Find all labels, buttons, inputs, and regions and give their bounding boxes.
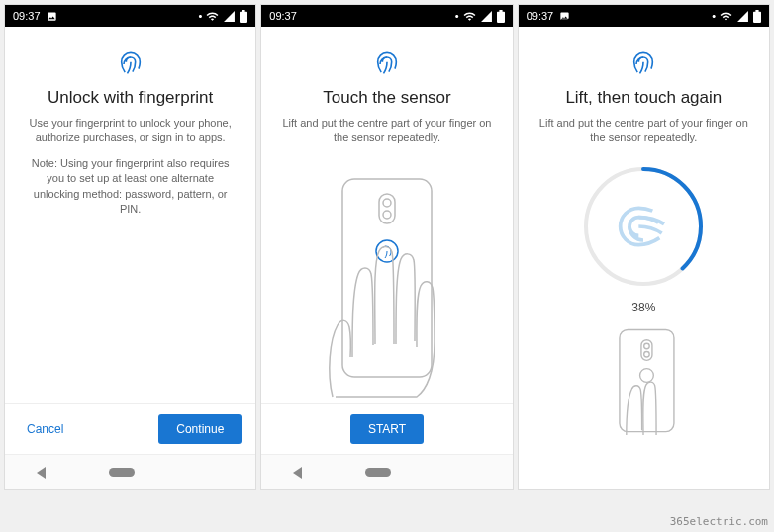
dot-icon: • [455, 10, 459, 22]
status-time: 09:37 [269, 10, 297, 22]
dot-icon: • [198, 10, 202, 22]
screen-touch-sensor: 09:37 • Touch the sensor Lift and put th… [260, 4, 513, 490]
battery-icon [240, 10, 247, 23]
body-text: Lift and put the centre part of your fin… [275, 116, 498, 146]
nav-back-icon[interactable] [293, 467, 302, 479]
svg-point-3 [383, 211, 391, 219]
fingerprint-icon [117, 50, 145, 78]
wifi-icon [206, 10, 219, 23]
page-title: Unlock with fingerprint [48, 88, 213, 108]
page-title: Lift, then touch again [565, 88, 722, 108]
progress-percent-label: 38% [631, 301, 655, 314]
screen-lift-touch: 09:37 • Lift, then touch again Lift and … [518, 4, 770, 490]
picture-icon [559, 11, 570, 22]
status-bar: 09:37 • [261, 5, 512, 27]
body-text-2: Note: Using your fingerprint also requir… [19, 156, 242, 218]
continue-button[interactable]: Continue [158, 414, 242, 444]
signal-icon [480, 10, 493, 23]
dot-icon: • [712, 10, 716, 22]
status-time: 09:37 [527, 10, 554, 22]
svg-rect-0 [342, 179, 432, 377]
status-bar: 09:37 • [519, 5, 769, 27]
battery-icon [497, 10, 505, 23]
progress-ring [579, 162, 708, 291]
system-nav-bar [261, 454, 512, 489]
status-bar: 09:37 • [5, 5, 255, 27]
signal-icon [736, 10, 749, 23]
watermark: 365electric.com [670, 515, 768, 528]
fingerprint-icon [373, 50, 401, 78]
start-button[interactable]: START [350, 414, 424, 444]
hand-phone-small-illustration [589, 326, 698, 435]
system-nav-bar [5, 454, 255, 489]
wifi-icon [720, 10, 732, 23]
battery-icon [753, 10, 761, 23]
fingerprint-large-icon [616, 199, 671, 254]
cancel-button[interactable]: Cancel [19, 416, 71, 442]
hand-phone-illustration [308, 174, 466, 401]
bottom-bar: START [261, 403, 512, 454]
nav-home-icon[interactable] [109, 468, 135, 477]
svg-point-11 [640, 368, 654, 382]
nav-back-icon[interactable] [37, 467, 46, 479]
svg-rect-7 [620, 329, 674, 431]
svg-point-9 [644, 343, 650, 349]
wifi-icon [463, 10, 476, 23]
signal-icon [223, 10, 236, 23]
nav-home-icon[interactable] [365, 468, 391, 477]
fingerprint-icon [629, 50, 657, 78]
screen-unlock-intro: 09:37 • Unlock with fingerprint Use your… [4, 4, 256, 490]
page-title: Touch the sensor [323, 88, 450, 108]
svg-point-2 [383, 199, 391, 207]
picture-icon [47, 11, 57, 22]
svg-point-10 [644, 351, 650, 357]
body-text: Lift and put the centre part of your fin… [532, 116, 755, 146]
bottom-bar: Cancel Continue [5, 403, 255, 454]
body-text-1: Use your fingerprint to unlock your phon… [19, 116, 242, 146]
status-time: 09:37 [13, 10, 41, 22]
